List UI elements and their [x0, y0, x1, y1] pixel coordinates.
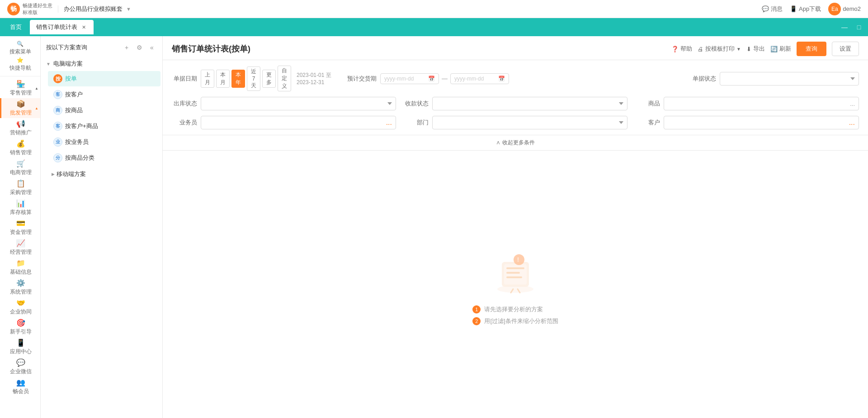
sidebar-item-appstore[interactable]: 📱 应用中心: [0, 337, 40, 357]
tab-maximize-button[interactable]: □: [854, 22, 864, 33]
plan-item-by-customer[interactable]: 客 按客户: [48, 87, 160, 102]
refresh-button[interactable]: 🔄 刷新: [770, 45, 791, 53]
collapse-bar[interactable]: ∧ 收起更多条件: [163, 135, 868, 151]
department-select[interactable]: [432, 116, 627, 129]
query-button[interactable]: 查询: [797, 42, 826, 56]
top-bar: 畅 畅捷通好生意 标准版 办公用品行业模拟账套 ▼ 💬 消息 📱 App下载 E…: [0, 0, 868, 18]
newbie-icon: 🎯: [16, 318, 25, 327]
plan-item-icon-by-customer: 客: [53, 90, 62, 99]
sidebar-item-basic[interactable]: 📁 基础信息: [0, 257, 40, 277]
mobile-group-arrow-icon: ▶: [52, 172, 55, 176]
sidebar-item-retail[interactable]: 🏪 零售管理: [0, 78, 40, 98]
product-label: 商品: [635, 100, 660, 108]
sidebar-item-marketing[interactable]: 📢 营销推广: [0, 118, 40, 138]
inventory-icon: 📊: [16, 199, 25, 208]
sidebar-item-sales[interactable]: 💰 销售管理: [0, 138, 40, 158]
salesman-label: 业务员: [172, 119, 197, 127]
filter-row-1: 单据日期 上月 本月 本年 近7天 更多 自定义 2023-01-01 至 20…: [172, 66, 859, 91]
expected-date-to[interactable]: yyyy-mm-dd 📅: [450, 73, 509, 84]
add-plan-button[interactable]: +: [122, 43, 132, 52]
operation-icon: 📈: [16, 239, 25, 247]
print-dropdown-icon[interactable]: ▼: [736, 47, 741, 52]
product-more-icon[interactable]: ...: [850, 100, 855, 107]
filter-department-field: 部门: [403, 116, 627, 129]
product-input[interactable]: ...: [664, 97, 859, 110]
sidebar-item-ecommerce[interactable]: 🛒 电商管理: [0, 158, 40, 178]
plan-item-by-category[interactable]: 分 按商品分类: [48, 150, 160, 166]
svg-text:!: !: [517, 256, 519, 263]
calendar-icon-from: 📅: [428, 76, 435, 82]
plan-item-label-by-customer-product: 按客户+商品: [65, 122, 98, 130]
expected-date-pickers: yyyy-mm-dd 📅 — yyyy-mm-dd 📅: [380, 73, 509, 84]
sidebar-item-system[interactable]: ⚙️ 系统管理: [0, 277, 40, 297]
sidebar-item-member[interactable]: 👥 畅会员: [0, 377, 40, 397]
customer-input[interactable]: ...: [664, 116, 859, 129]
sidebar-item-newbie[interactable]: 🎯 新手引导: [0, 317, 40, 337]
export-button[interactable]: ⬇ 导出: [746, 45, 765, 53]
message-icon: 💬: [762, 5, 769, 12]
tab-bar: 首页 销售订单统计表 ✕ — □: [0, 18, 868, 36]
sidebar-search[interactable]: 🔍 搜索菜单: [0, 40, 40, 56]
date-btn-last-7days[interactable]: 近7天: [247, 66, 260, 91]
plan-item-by-customer-product[interactable]: 客 按客户+商品: [48, 119, 160, 134]
left-panel-actions: + ⚙ «: [122, 43, 157, 52]
tab-close-icon[interactable]: ✕: [80, 24, 87, 31]
ship-status-select[interactable]: [201, 97, 396, 110]
date-quick-buttons: 上月 本月 本年 近7天 更多 自定义: [201, 66, 291, 91]
mobile-group-label: 移动端方案: [57, 170, 86, 178]
plan-group-desktop-header[interactable]: ▼ 电脑端方案: [41, 57, 162, 71]
wechat-icon: 💬: [16, 358, 25, 367]
salesman-more-icon[interactable]: ...: [386, 119, 392, 127]
date-btn-more[interactable]: 更多: [262, 70, 276, 88]
enterprise-icon: 🤝: [16, 299, 25, 307]
sidebar-item-inventory[interactable]: 📊 库存核算: [0, 198, 40, 218]
settings-button[interactable]: 设置: [832, 42, 859, 56]
basic-icon: 📁: [16, 259, 25, 267]
help-button[interactable]: ❓ 帮助: [671, 45, 692, 53]
salesman-input[interactable]: ...: [201, 116, 396, 129]
date-btn-custom[interactable]: 自定义: [278, 66, 291, 91]
ship-status-label: 出库状态: [172, 100, 197, 108]
top-bar-left: 畅 畅捷通好生意 标准版 办公用品行业模拟账套 ▼: [7, 2, 131, 15]
tip-num-2: 2: [472, 317, 481, 325]
plan-subgroup-mobile-header[interactable]: ▶ 移动端方案: [41, 167, 162, 181]
workspace-title[interactable]: 办公用品行业模拟账套: [64, 5, 123, 13]
sidebar-item-operation[interactable]: 📈 经营管理: [0, 238, 40, 257]
svg-rect-4: [506, 272, 520, 274]
plan-item-by-product[interactable]: 商 按商品: [48, 103, 160, 118]
retail-icon: 🏪: [16, 80, 25, 88]
sidebar-item-finance[interactable]: 💳 资金管理: [0, 218, 40, 238]
tab-home[interactable]: 首页: [4, 20, 28, 34]
content-area: 按以下方案查询 + ⚙ « ▼ 电脑端方案 按 按单: [41, 36, 868, 418]
doc-status-select[interactable]: [720, 72, 859, 86]
plan-item-by-order[interactable]: 按 按单: [48, 71, 160, 86]
workspace-dropdown-icon[interactable]: ▼: [126, 6, 131, 12]
date-label: 单据日期: [172, 75, 197, 83]
sidebar-item-wholesale[interactable]: 📦 批发管理: [0, 98, 40, 118]
tip-num-1: 1: [472, 305, 481, 314]
finance-icon: 💳: [16, 219, 25, 228]
print-button[interactable]: 🖨 按模板打印 ▼: [698, 45, 741, 53]
expected-date-from[interactable]: yyyy-mm-dd 📅: [380, 73, 439, 84]
empty-state: ! 1 请先选择要分析的方案 2 用[过滤]条件来缩小分析范围: [163, 151, 868, 418]
sidebar-item-wechat[interactable]: 💬 企业微信: [0, 357, 40, 377]
plan-settings-button[interactable]: ⚙: [134, 43, 144, 52]
filter-row-3: 业务员 ... 部门 客户: [172, 116, 859, 129]
tab-sales-stat[interactable]: 销售订单统计表 ✕: [30, 20, 94, 34]
date-btn-this-month[interactable]: 本月: [216, 70, 230, 88]
sidebar-item-purchase[interactable]: 📋 采购管理: [0, 178, 40, 198]
tab-bar-right: — □: [839, 22, 864, 33]
date-btn-last-month[interactable]: 上月: [201, 70, 214, 88]
customer-more-icon[interactable]: ...: [849, 119, 855, 127]
tab-minimize-button[interactable]: —: [839, 22, 850, 33]
sidebar-item-enterprise[interactable]: 🤝 企业协同: [0, 297, 40, 317]
message-button[interactable]: 💬 消息: [762, 5, 783, 13]
sidebar-quick-nav[interactable]: ⭐ 快捷导航: [0, 56, 40, 72]
plan-item-by-salesman[interactable]: 业 按业务员: [48, 134, 160, 150]
user-avatar[interactable]: Ea demo2: [828, 3, 861, 15]
date-btn-this-year[interactable]: 本年: [231, 70, 245, 88]
panel-collapse-button[interactable]: «: [147, 43, 157, 52]
collect-status-select[interactable]: [432, 97, 627, 110]
refresh-icon: 🔄: [770, 46, 778, 52]
app-download-button[interactable]: 📱 App下载: [790, 5, 821, 13]
